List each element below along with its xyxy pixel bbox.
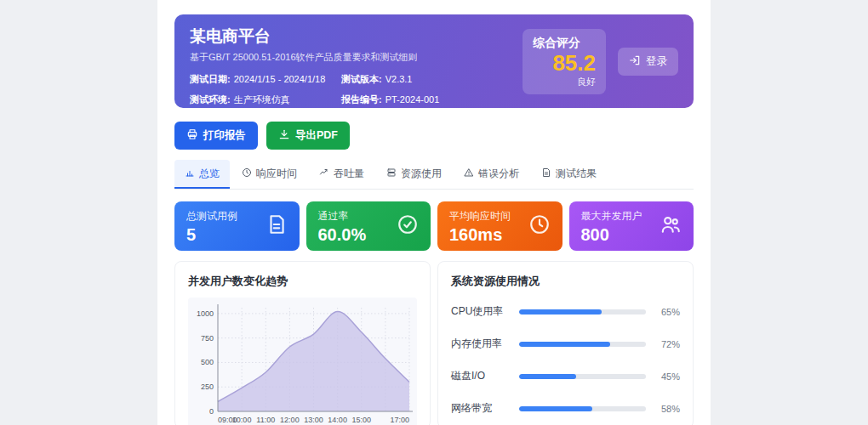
check-circle-icon [397,213,419,239]
meta-test-version: 测试版本:V2.3.1 [341,73,439,86]
tab-response-time[interactable]: 响应时间 [231,160,307,189]
tab-resource-usage[interactable]: 资源使用 [376,160,452,189]
svg-text:12:00: 12:00 [280,416,300,424]
stat-pass-rate-value: 60.0% [318,225,367,244]
report-page: 某电商平台 基于GB/T 25000.51-2016软件产品质量要求和测试细则 … [157,0,711,425]
action-toolbar: 打印报告 导出PDF [174,122,694,150]
tab-test-results[interactable]: 测试结果 [531,160,607,189]
svg-text:17:00: 17:00 [390,416,409,424]
page-title: 某电商平台 [190,26,439,48]
stat-avg-response-value: 160ms [449,225,511,244]
concurrency-trend-title: 并发用户数变化趋势 [188,274,417,289]
overall-score-value: 85.2 [533,51,596,76]
svg-text:10:00: 10:00 [232,416,252,424]
report-tabbar: 总览 响应时间 吞吐量 资源使用 错误分析 测试结果 [174,160,694,190]
bar-chart-icon [185,167,195,180]
report-header-card: 某电商平台 基于GB/T 25000.51-2016软件产品质量要求和测试细则 … [174,14,694,108]
resource-memory-percent: 72% [646,339,680,349]
meta-test-env: 测试环境:生产环境仿真 [190,94,341,106]
export-pdf-button[interactable]: 导出PDF [266,122,350,150]
resource-disk-percent: 45% [646,371,680,382]
tab-error-analysis[interactable]: 错误分析 [454,160,529,189]
svg-text:250: 250 [201,382,214,391]
trend-icon [319,167,329,180]
stat-max-users-label: 最大并发用户 [581,209,642,224]
tab-response-time-label: 响应时间 [256,167,297,181]
overall-score-box: 综合评分 85.2 良好 [523,29,606,95]
resource-usage-title: 系统资源使用情况 [451,274,680,289]
meta-test-date: 测试日期:2024/1/15 - 2024/1/18 [190,73,341,86]
login-icon [629,54,641,69]
resource-row-network: 网络带宽 58% [451,401,680,416]
svg-text:13:00: 13:00 [304,416,323,424]
login-button-label: 登录 [646,54,667,69]
resource-cpu-bar [519,309,646,314]
stat-avg-response-label: 平均响应时间 [449,209,511,224]
svg-text:14:00: 14:00 [328,416,347,424]
resource-row-cpu: CPU使用率 65% [451,304,680,319]
svg-text:500: 500 [201,358,214,366]
bottom-panels: 并发用户数变化趋势 0250500750100009:0010:0011:001… [174,261,694,425]
svg-text:11:00: 11:00 [256,416,275,424]
clock-icon [528,213,551,239]
overall-score-grade: 良好 [533,76,596,88]
concurrency-trend-panel: 并发用户数变化趋势 0250500750100009:0010:0011:001… [174,261,431,425]
meta-report-id: 报告编号:PT-2024-001 [341,94,439,106]
resource-cpu-label: CPU使用率 [451,304,519,319]
stat-pass-rate-label: 通过率 [318,209,367,224]
svg-text:750: 750 [201,334,214,343]
stat-avg-response: 平均响应时间 160ms [437,201,562,251]
resource-row-memory: 内存使用率 72% [451,337,680,351]
resource-disk-label: 磁盘I/O [451,369,519,383]
print-report-label: 打印报告 [203,128,246,143]
server-icon [386,167,397,180]
overall-score-label: 综合评分 [533,36,596,51]
stat-max-users-value: 800 [581,225,642,244]
report-meta: 测试日期:2024/1/15 - 2024/1/18 测试版本:V2.3.1 测… [190,73,439,106]
users-icon [660,213,682,239]
resource-cpu-percent: 65% [646,307,680,317]
clock-icon [242,167,252,180]
tab-test-results-label: 测试结果 [556,167,597,181]
tab-error-analysis-label: 错误分析 [478,167,519,181]
resource-network-label: 网络带宽 [451,401,519,416]
tab-overview[interactable]: 总览 [174,160,230,189]
document-icon [266,213,288,239]
resource-usage-panel: 系统资源使用情况 CPU使用率 65% 内存使用率 72% 磁盘I/O 45% [437,261,694,425]
warning-icon [464,167,474,180]
stat-cards: 总测试用例 5 通过率 60.0% 平均响应时间 160ms 最大并发用户 80… [174,201,694,251]
stat-max-users: 最大并发用户 800 [569,201,694,251]
resource-row-disk: 磁盘I/O 45% [451,369,680,383]
resource-rows: CPU使用率 65% 内存使用率 72% 磁盘I/O 45% 网络带宽 [451,304,680,416]
svg-text:15:00: 15:00 [351,416,371,424]
svg-text:0: 0 [209,407,214,416]
resource-memory-label: 内存使用率 [451,337,519,351]
print-report-button[interactable]: 打印报告 [174,122,258,150]
svg-text:1000: 1000 [197,309,214,318]
stat-total-cases-value: 5 [186,225,237,244]
concurrency-area-chart: 0250500750100009:0010:0011:0012:0013:001… [188,299,416,425]
page-subtitle: 基于GB/T 25000.51-2016软件产品质量要求和测试细则 [190,51,439,64]
report-header-info: 某电商平台 基于GB/T 25000.51-2016软件产品质量要求和测试细则 … [190,26,439,98]
printer-icon [186,128,198,143]
stat-pass-rate: 通过率 60.0% [306,201,431,251]
resource-network-percent: 58% [646,404,680,414]
resource-network-bar [519,406,646,411]
concurrency-trend-chart-box: 0250500750100009:0010:0011:0012:0013:001… [188,298,417,425]
export-pdf-label: 导出PDF [295,128,338,143]
report-header-right: 综合评分 85.2 良好 登录 [523,26,678,98]
tab-throughput-label: 吞吐量 [334,167,364,181]
login-button[interactable]: 登录 [618,48,678,76]
resource-disk-bar [519,374,646,379]
tab-resource-usage-label: 资源使用 [401,167,442,181]
stat-total-cases-label: 总测试用例 [186,209,237,224]
stat-total-cases: 总测试用例 5 [174,201,300,251]
tab-throughput[interactable]: 吞吐量 [309,160,374,189]
document-icon [541,167,551,180]
download-icon [278,128,290,143]
tab-overview-label: 总览 [199,167,220,181]
resource-memory-bar [519,342,646,347]
